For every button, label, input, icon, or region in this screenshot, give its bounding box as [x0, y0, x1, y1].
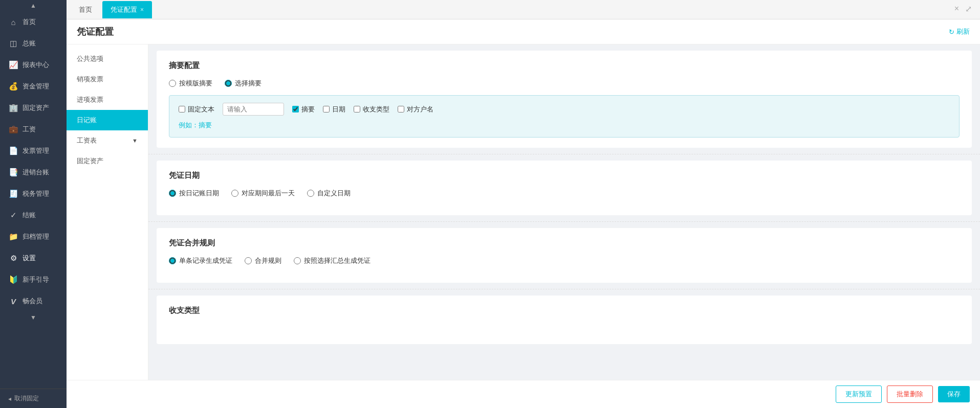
salary-icon: 💼 [8, 125, 18, 134]
merge-rules-section: 凭证合并规则 单条记录生成凭证 合并规则 按照选择汇总生成凭证 [157, 228, 972, 283]
date-checkbox[interactable] [323, 106, 330, 112]
tab-voucher-config[interactable]: 凭证配置 × [102, 1, 152, 18]
summary-config-title: 摘要配置 [169, 61, 960, 71]
voucher-date-journal-radio[interactable] [169, 190, 176, 197]
merge-single-label[interactable]: 单条记录生成凭证 [169, 256, 232, 265]
left-nav: 公共选项 销项发票 进项发票 日记账 工资表 ▼ 固定资产 [67, 44, 148, 380]
purchase-sales-icon: 📑 [8, 168, 18, 177]
collection-type-title: 收支类型 [169, 306, 960, 315]
sidebar-item-funds[interactable]: 💰 资金管理 [0, 76, 67, 97]
merge-single-radio[interactable] [169, 257, 176, 264]
fixed-text-checkbox[interactable] [179, 106, 185, 112]
voucher-date-group: 按日记账日期 对应期间最后一天 自定义日期 [169, 189, 960, 198]
summary-config-box: 固定文本 摘要 日期 收支类型 [169, 95, 960, 138]
member-icon: V [8, 297, 18, 306]
save-button[interactable]: 保存 [938, 386, 970, 402]
page-title: 凭证配置 [77, 26, 114, 38]
merge-rules-title: 凭证合并规则 [169, 238, 960, 248]
main-area: × ⤢ 首页 凭证配置 × 凭证配置 ↻ 刷新 公共选项 销项发票 [67, 0, 980, 408]
payroll-arrow-icon: ▼ [132, 138, 138, 144]
settings-icon: ⚙ [8, 254, 18, 263]
date-checkbox-label[interactable]: 日期 [323, 105, 345, 114]
settlement-icon: ✓ [8, 211, 18, 220]
refresh-icon: ↻ [949, 28, 954, 36]
income-type-checkbox[interactable] [354, 106, 360, 112]
ledger-icon: ◫ [8, 39, 18, 48]
tab-home[interactable]: 首页 [71, 1, 100, 18]
sidebar-item-settings[interactable]: ⚙ 设置 [0, 247, 67, 269]
summary-mode-template-radio[interactable] [169, 80, 176, 87]
close-window-button[interactable]: × [954, 4, 959, 14]
sidebar-item-ledger[interactable]: ◫ 总账 [0, 33, 67, 54]
sidebar-item-salary[interactable]: 💼 工资 [0, 119, 67, 140]
merge-combined-label[interactable]: 合并规则 [245, 256, 281, 265]
batch-delete-button[interactable]: 批量删除 [887, 386, 933, 403]
example-text: 例如：摘要 [179, 121, 950, 130]
voucher-date-custom-radio[interactable] [307, 190, 314, 197]
sidebar-item-archive[interactable]: 📁 归档管理 [0, 226, 67, 247]
sidebar-item-home[interactable]: ⌂ 首页 [0, 11, 67, 33]
voucher-date-journal-label[interactable]: 按日记账日期 [169, 189, 219, 198]
voucher-date-last-label[interactable]: 对应期间最后一天 [231, 189, 295, 198]
maximize-window-button[interactable]: ⤢ [965, 4, 972, 14]
content-header: 凭证配置 ↻ 刷新 [67, 19, 980, 44]
merge-rules-group: 单条记录生成凭证 合并规则 按照选择汇总生成凭证 [169, 256, 960, 265]
summary-options-row: 固定文本 摘要 日期 收支类型 [179, 103, 950, 116]
counterparty-checkbox-label[interactable]: 对方户名 [398, 105, 433, 114]
summary-mode-select-radio[interactable] [225, 80, 232, 87]
nav-item-fixed-assets[interactable]: 固定资产 [67, 151, 148, 171]
sidebar-unpin-button[interactable]: ◂ 取消固定 [0, 389, 67, 408]
report-icon: 📈 [8, 60, 18, 70]
sidebar-item-invoice-mgmt[interactable]: 📄 发票管理 [0, 140, 67, 162]
sidebar-scroll-down[interactable]: ▼ [0, 312, 67, 323]
guide-icon: 🔰 [8, 275, 18, 284]
tax-icon: 🧾 [8, 189, 18, 198]
refresh-button[interactable]: ↻ 刷新 [949, 27, 970, 36]
collection-type-section: 收支类型 [157, 296, 972, 344]
sidebar-item-guide[interactable]: 🔰 新手引导 [0, 269, 67, 290]
tab-bar: 首页 凭证配置 × [67, 0, 980, 19]
counterparty-checkbox[interactable] [398, 106, 404, 112]
nav-item-payroll[interactable]: 工资表 ▼ [67, 130, 148, 151]
nav-item-journal[interactable]: 日记账 [67, 110, 148, 130]
sidebar: ▲ ⌂ 首页 ◫ 总账 📈 报表中心 💰 资金管理 🏢 固定资产 💼 工资 📄 … [0, 0, 67, 408]
summary-checkbox-label[interactable]: 摘要 [292, 105, 315, 114]
summary-checkbox[interactable] [292, 106, 299, 112]
nav-item-sales-invoice[interactable]: 销项发票 [67, 69, 148, 89]
home-icon: ⌂ [8, 18, 18, 27]
summary-mode-select-label[interactable]: 选择摘要 [225, 79, 262, 88]
merge-combined-radio[interactable] [245, 257, 252, 264]
income-type-checkbox-label[interactable]: 收支类型 [354, 105, 389, 114]
fixed-text-checkbox-label[interactable]: 固定文本 [179, 105, 214, 114]
sidebar-scroll-up[interactable]: ▲ [0, 0, 67, 11]
fixed-text-input[interactable] [223, 103, 284, 116]
bottom-action-bar: 更新预置 批量删除 保存 [67, 380, 980, 408]
merge-summary-radio[interactable] [294, 257, 301, 264]
summary-mode-group: 按模版摘要 选择摘要 [169, 79, 960, 88]
summary-config-section: 摘要配置 按模版摘要 选择摘要 固定文本 [157, 51, 972, 148]
merge-summary-label[interactable]: 按照选择汇总生成凭证 [294, 256, 371, 265]
sidebar-item-member[interactable]: V 畅会员 [0, 290, 67, 312]
voucher-date-custom-label[interactable]: 自定义日期 [307, 189, 351, 198]
body-layout: 公共选项 销项发票 进项发票 日记账 工资表 ▼ 固定资产 摘要配置 [67, 44, 980, 380]
funds-icon: 💰 [8, 82, 18, 91]
assets-icon: 🏢 [8, 103, 18, 112]
nav-item-purchase-invoice[interactable]: 进项发票 [67, 89, 148, 110]
sidebar-item-settlement[interactable]: ✓ 结账 [0, 205, 67, 226]
invoice-mgmt-icon: 📄 [8, 146, 18, 155]
voucher-date-section: 凭证日期 按日记账日期 对应期间最后一天 自定义日期 [157, 161, 972, 215]
sidebar-item-report[interactable]: 📈 报表中心 [0, 54, 67, 76]
right-content: 摘要配置 按模版摘要 选择摘要 固定文本 [148, 44, 980, 380]
summary-mode-template-label[interactable]: 按模版摘要 [169, 79, 212, 88]
tab-close-icon[interactable]: × [140, 6, 144, 13]
archive-icon: 📁 [8, 232, 18, 241]
sidebar-item-purchase-sales[interactable]: 📑 进销台账 [0, 162, 67, 183]
update-preview-button[interactable]: 更新预置 [836, 386, 882, 403]
voucher-date-last-radio[interactable] [231, 190, 238, 197]
nav-item-public[interactable]: 公共选项 [67, 49, 148, 69]
window-controls: × ⤢ [946, 0, 980, 18]
sidebar-item-assets[interactable]: 🏢 固定资产 [0, 97, 67, 119]
voucher-date-title: 凭证日期 [169, 171, 960, 180]
unpin-icon: ◂ [8, 395, 11, 402]
sidebar-item-tax[interactable]: 🧾 税务管理 [0, 183, 67, 205]
